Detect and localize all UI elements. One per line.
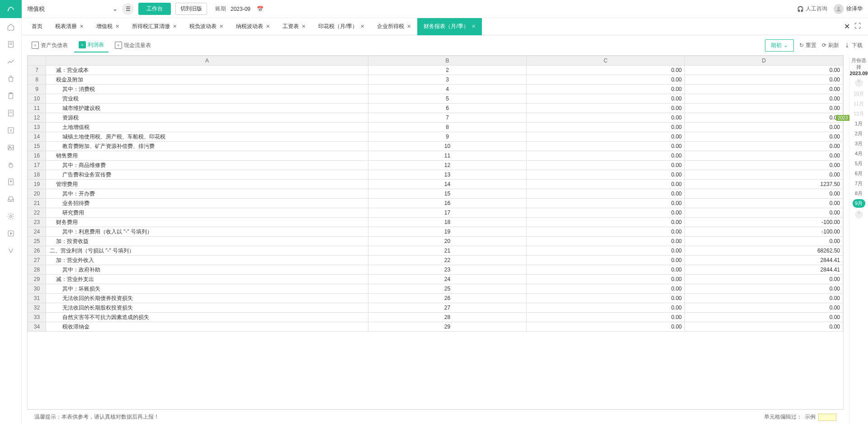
cell-b[interactable]: 26 bbox=[368, 294, 527, 303]
cell-d[interactable]: 2844.41 bbox=[685, 256, 843, 265]
cell-b[interactable]: 20 bbox=[368, 237, 527, 246]
cell-c[interactable]: 0.00 bbox=[527, 123, 685, 132]
month-item-4[interactable]: 2月 bbox=[853, 129, 865, 138]
cell-c[interactable]: 0.00 bbox=[527, 170, 685, 180]
month-item-3[interactable]: 1月 bbox=[853, 119, 865, 128]
row-number[interactable]: 33 bbox=[28, 313, 46, 322]
tab-9[interactable]: 财务报表（月/季）✕ bbox=[417, 18, 481, 35]
row-number[interactable]: 15 bbox=[28, 142, 46, 151]
cell-a[interactable]: 无法收回的长期债券投资损失 bbox=[46, 294, 368, 303]
cell-c[interactable]: 0.00 bbox=[527, 113, 685, 123]
row-number[interactable]: 17 bbox=[28, 161, 46, 170]
subtab-0[interactable]: ≡资产负债表 bbox=[27, 39, 72, 52]
cell-a[interactable]: 无法收回的长期股权投资损失 bbox=[46, 303, 368, 313]
cell-a[interactable]: 营业税 bbox=[46, 94, 368, 104]
col-header-a[interactable]: A bbox=[46, 56, 368, 66]
cell-b[interactable]: 16 bbox=[368, 199, 527, 208]
close-icon[interactable]: ✕ bbox=[115, 24, 119, 29]
cell-c[interactable]: 0.00 bbox=[527, 189, 685, 199]
row-number[interactable]: 22 bbox=[28, 208, 46, 218]
cell-b[interactable]: 5 bbox=[368, 94, 527, 104]
cell-d[interactable]: 0.00 bbox=[685, 237, 843, 246]
cell-a[interactable]: 其中：利息费用（收入以 "-" 号填列） bbox=[46, 227, 368, 237]
row-number[interactable]: 11 bbox=[28, 104, 46, 113]
refresh-button[interactable]: ⟳刷新 bbox=[822, 42, 839, 49]
close-icon[interactable]: ✕ bbox=[472, 24, 476, 29]
cell-b[interactable]: 10 bbox=[368, 142, 527, 151]
cell-d[interactable]: 0.00 bbox=[685, 132, 843, 142]
row-number[interactable]: 19 bbox=[28, 180, 46, 189]
cell-b[interactable]: 4 bbox=[368, 85, 527, 94]
subtab-1[interactable]: ≡利润表 bbox=[74, 38, 108, 52]
cell-c[interactable]: 0.00 bbox=[527, 199, 685, 208]
cell-d[interactable]: 0.00 bbox=[685, 208, 843, 218]
cell-c[interactable]: 0.00 bbox=[527, 322, 685, 332]
cell-a[interactable]: 减：营业外支出 bbox=[46, 275, 368, 284]
cell-a[interactable]: 土地增值税 bbox=[46, 123, 368, 132]
cell-d[interactable]: -100.00 bbox=[685, 227, 843, 237]
row-number[interactable]: 21 bbox=[28, 199, 46, 208]
month-item-8[interactable]: 6月 bbox=[853, 169, 865, 178]
cell-d[interactable]: 0.00 bbox=[685, 313, 843, 322]
nav-export-icon[interactable] bbox=[6, 177, 15, 186]
row-number[interactable]: 8 bbox=[28, 75, 46, 85]
cell-a[interactable]: 二、营业利润（亏损以 "-" 号填列） bbox=[46, 246, 368, 256]
cell-b[interactable]: 28 bbox=[368, 313, 527, 322]
cell-d[interactable]: 0.00 bbox=[685, 94, 843, 104]
cell-a[interactable]: 城镇土地使用税、房产税、车船税、印花税 bbox=[46, 132, 368, 142]
row-number[interactable]: 26 bbox=[28, 246, 46, 256]
cell-c[interactable]: 0.00 bbox=[527, 246, 685, 256]
tab-5[interactable]: 纳税波动表✕ bbox=[230, 18, 276, 35]
cell-d[interactable]: -100.00 bbox=[685, 218, 843, 227]
cell-a[interactable]: 财务费用 bbox=[46, 218, 368, 227]
switch-old-button[interactable]: 切到旧版 bbox=[175, 3, 207, 15]
nav-v-icon[interactable] bbox=[6, 246, 15, 255]
cell-d[interactable]: 0.00 bbox=[685, 66, 843, 75]
col-header-b[interactable]: B bbox=[368, 56, 527, 66]
col-header-c[interactable]: C bbox=[527, 56, 685, 66]
row-number[interactable]: 28 bbox=[28, 265, 46, 275]
cell-a[interactable]: 城市维护建设税 bbox=[46, 104, 368, 113]
row-number[interactable]: 32 bbox=[28, 303, 46, 313]
cell-a[interactable]: 教育费附加、矿产资源补偿费、排污费 bbox=[46, 142, 368, 151]
cell-d[interactable]: 0.00 bbox=[685, 123, 843, 132]
spreadsheet[interactable]: A B C D 7减：营业成本20.000.008税金及附加30.000.009… bbox=[27, 55, 844, 410]
nav-clipboard-icon[interactable] bbox=[6, 91, 15, 100]
close-icon[interactable]: ✕ bbox=[266, 24, 270, 29]
cell-b[interactable]: 29 bbox=[368, 322, 527, 332]
cell-b[interactable]: 2 bbox=[368, 66, 527, 75]
nav-inbox-icon[interactable] bbox=[6, 195, 15, 204]
close-icon[interactable]: ✕ bbox=[173, 24, 177, 29]
cell-c[interactable]: 0.00 bbox=[527, 294, 685, 303]
row-number[interactable]: 16 bbox=[28, 151, 46, 161]
cell-c[interactable]: 0.00 bbox=[527, 66, 685, 75]
nav-calc-icon[interactable] bbox=[6, 109, 15, 118]
close-icon[interactable]: ✕ bbox=[360, 24, 364, 29]
month-item-10[interactable]: 8月 bbox=[853, 189, 865, 198]
cell-b[interactable]: 7 bbox=[368, 113, 527, 123]
cell-a[interactable]: 业务招待费 bbox=[46, 199, 368, 208]
cell-b[interactable]: 22 bbox=[368, 256, 527, 265]
cell-c[interactable]: 0.00 bbox=[527, 275, 685, 284]
cell-a[interactable]: 研究费用 bbox=[46, 208, 368, 218]
tab-7[interactable]: 印花税（月/季）✕ bbox=[312, 18, 371, 35]
list-icon-button[interactable]: ☰ bbox=[122, 3, 134, 15]
cell-c[interactable]: 0.00 bbox=[527, 161, 685, 170]
subtab-2[interactable]: ≡现金流量表 bbox=[110, 39, 156, 52]
cell-d[interactable]: 0.00 bbox=[685, 322, 843, 332]
cell-c[interactable]: 0.00 bbox=[527, 227, 685, 237]
nav-gear-icon[interactable] bbox=[6, 212, 15, 221]
cell-c[interactable]: 0.00 bbox=[527, 132, 685, 142]
nav-bag-icon[interactable] bbox=[6, 74, 15, 83]
cell-c[interactable]: 0.00 bbox=[527, 303, 685, 313]
cell-d[interactable]: 0.00 bbox=[685, 275, 843, 284]
row-number[interactable]: 27 bbox=[28, 256, 46, 265]
cell-c[interactable]: 0.00 bbox=[527, 94, 685, 104]
nav-home-icon[interactable] bbox=[6, 23, 15, 32]
cell-b[interactable]: 21 bbox=[368, 246, 527, 256]
cell-a[interactable]: 税收滞纳金 bbox=[46, 322, 368, 332]
close-icon[interactable]: ✕ bbox=[302, 24, 306, 29]
row-number[interactable]: 25 bbox=[28, 237, 46, 246]
cell-c[interactable]: 0.00 bbox=[527, 237, 685, 246]
cell-b[interactable]: 12 bbox=[368, 161, 527, 170]
